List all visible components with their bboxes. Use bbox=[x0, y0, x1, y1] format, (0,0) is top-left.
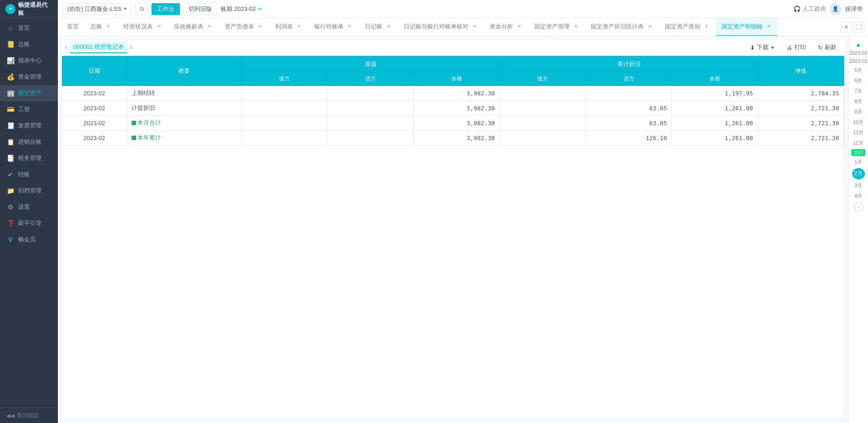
tab-fixed-category[interactable]: 固定资产类别 ✕ bbox=[660, 18, 715, 36]
print-button[interactable]: 🖨 打印 bbox=[782, 42, 811, 53]
table-wrapper: 日期 摘要 原值 累计折旧 净值 bbox=[61, 56, 844, 419]
tab-capital-analysis[interactable]: 资金分析 ✕ bbox=[484, 18, 528, 36]
tab-close-all-button[interactable]: ✕ bbox=[841, 22, 852, 33]
tab-close-icon[interactable]: ✕ bbox=[572, 23, 579, 30]
timeline-month-5[interactable]: 5月 bbox=[849, 65, 868, 75]
settings-icon: ⚙ bbox=[6, 203, 14, 211]
sidebar-item-label: 畅会员 bbox=[18, 235, 36, 244]
copy-button[interactable]: ⧉ bbox=[135, 3, 148, 15]
timeline-month-9[interactable]: 9月 bbox=[849, 107, 868, 117]
timeline-month-12[interactable]: 12月 bbox=[849, 138, 868, 148]
sidebar-item-settlement[interactable]: ✔ 结账 bbox=[0, 166, 58, 183]
cell-orig-balance: 3,982.30 bbox=[414, 86, 500, 101]
purchase-sales-icon: 📋 bbox=[6, 138, 14, 146]
asset-nav: ‹ 000001 联想笔记本 › ⬇ 下载 ▼ 🖨 打印 ↻ 刷新 bbox=[61, 40, 844, 56]
sidebar-item-capital[interactable]: 💰 资金管理 bbox=[0, 69, 58, 85]
tab-receivables[interactable]: 应收账龄表 ✕ bbox=[169, 18, 218, 36]
tab-depreciation-stats[interactable]: 固定资产折旧统计表 ✕ bbox=[585, 18, 659, 36]
sidebar-item-tax[interactable]: 📑 税务管理 bbox=[0, 150, 58, 166]
timeline-month-6[interactable]: 6月 bbox=[849, 75, 868, 86]
tab-close-icon[interactable]: ✕ bbox=[646, 23, 653, 30]
timeline-month-1[interactable]: 1月 bbox=[849, 157, 868, 167]
switch-version-button[interactable]: 切到旧版 bbox=[184, 3, 217, 15]
tab-close-icon[interactable]: ✕ bbox=[257, 23, 264, 30]
tab-business-status[interactable]: 经营状况表 ✕ bbox=[118, 18, 168, 36]
reports-icon: 📊 bbox=[6, 57, 14, 64]
sidebar-item-settings[interactable]: ⚙ 设置 bbox=[0, 199, 58, 215]
tab-label: 首页 bbox=[67, 23, 79, 31]
nav-prev-arrow[interactable]: ‹ bbox=[65, 44, 67, 51]
avatar: 👤 bbox=[830, 3, 841, 15]
th-original-value: 原值 bbox=[241, 56, 500, 72]
cell-orig-debit bbox=[241, 131, 327, 146]
tab-journal[interactable]: 日记账 ✕ bbox=[359, 18, 397, 36]
sidebar-item-ledger[interactable]: 📒 总账 bbox=[0, 36, 58, 52]
timeline-month-4[interactable]: 4月 bbox=[849, 191, 868, 201]
tab-close-icon[interactable]: ✕ bbox=[346, 23, 353, 30]
timeline-month-8[interactable]: 8月 bbox=[849, 96, 868, 107]
timeline-circle-button[interactable]: ○ bbox=[854, 202, 863, 212]
tab-close-icon[interactable]: ✕ bbox=[471, 23, 478, 30]
sidebar-footer[interactable]: ◀◀ 取消固定 bbox=[0, 408, 58, 423]
tab-close-icon[interactable]: ✕ bbox=[516, 23, 523, 30]
sidebar-item-invoice[interactable]: 🧾 发票管理 bbox=[0, 118, 58, 134]
tab-ledger[interactable]: 总账 ✕ bbox=[85, 18, 117, 36]
tab-profit[interactable]: 利润表 ✕ bbox=[270, 18, 308, 36]
tab-expand-button[interactable]: ⛶ bbox=[854, 22, 864, 33]
sidebar-item-reports[interactable]: 📊 报表中心 bbox=[0, 52, 58, 69]
sidebar-item-fixed-assets[interactable]: 🏢 固定资产 bbox=[0, 85, 58, 101]
username[interactable]: 徐泽华 bbox=[845, 5, 863, 13]
th-acc-balance: 余额 bbox=[672, 72, 758, 86]
tab-bank-reconcile[interactable]: 日记账与银行对账单核对 ✕ bbox=[398, 18, 483, 36]
timeline-month-11[interactable]: 11月 bbox=[849, 127, 868, 138]
tab-close-icon[interactable]: ✕ bbox=[296, 23, 302, 30]
cell-acc-debit bbox=[500, 101, 585, 116]
timeline-month-10[interactable]: 10月 bbox=[849, 117, 868, 127]
sidebar-item-archive[interactable]: 📁 归档管理 bbox=[0, 183, 58, 199]
tab-bank-statement[interactable]: 银行对账单 ✕ bbox=[309, 18, 359, 36]
cell-summary: 本年累计 bbox=[127, 131, 241, 146]
sidebar-item-label: 设置 bbox=[18, 203, 30, 211]
sidebar-item-label: 税务管理 bbox=[18, 154, 42, 162]
tag-green: 本月合计 bbox=[132, 119, 161, 127]
cell-orig-balance: 3,982.30 bbox=[414, 116, 500, 131]
sidebar-item-membership[interactable]: V 畅会员 bbox=[0, 231, 58, 248]
tab-label: 日记账与银行对账单核对 bbox=[404, 23, 468, 31]
th-orig-debit: 借方 bbox=[241, 72, 327, 86]
tax-icon: 📑 bbox=[6, 155, 14, 162]
tab-close-icon[interactable]: ✕ bbox=[156, 23, 162, 30]
timeline-month-3[interactable]: 3月 bbox=[849, 180, 868, 191]
asset-nav-item[interactable]: 000001 联想笔记本 bbox=[70, 42, 127, 53]
tab-label: 固定资产折旧统计表 bbox=[591, 23, 644, 31]
tab-close-icon[interactable]: ✕ bbox=[765, 23, 772, 30]
timeline-month-2-active[interactable]: 2月 bbox=[852, 168, 865, 179]
scroll-up-button[interactable]: ▲ bbox=[854, 40, 863, 49]
company-selector[interactable]: (劝告) 江西服金-LSS ▼ bbox=[63, 3, 132, 15]
sidebar-item-guide[interactable]: ❓ 新手引导 bbox=[0, 215, 58, 231]
period-edit-icon[interactable]: ✏ bbox=[258, 6, 262, 12]
sidebar-item-purchase-sales[interactable]: 📋 进销台账 bbox=[0, 134, 58, 150]
nav-next-arrow[interactable]: › bbox=[130, 44, 132, 51]
tab-fixed-mgmt[interactable]: 固定资产管理 ✕ bbox=[529, 18, 585, 36]
sidebar-item-label: 归档管理 bbox=[18, 187, 42, 195]
timeline-period-2: 2023.02 bbox=[849, 57, 868, 65]
tab-close-icon[interactable]: ✕ bbox=[703, 23, 710, 30]
tab-close-icon[interactable]: ✕ bbox=[385, 23, 392, 30]
download-button[interactable]: ⬇ 下载 ▼ bbox=[745, 42, 779, 53]
refresh-button[interactable]: ↻ 刷新 bbox=[813, 42, 841, 53]
tab-home[interactable]: 首页 bbox=[61, 18, 84, 36]
help-button[interactable]: 🎧 人工咨询 bbox=[793, 5, 826, 13]
tab-close-icon[interactable]: ✕ bbox=[206, 23, 213, 30]
timeline-month-7[interactable]: 7月 bbox=[849, 86, 868, 96]
logo-text: 畅捷通易代账 bbox=[18, 1, 52, 17]
worktable-button[interactable]: 工作台 bbox=[151, 3, 180, 15]
tab-balance-sheet[interactable]: 资产负债表 ✕ bbox=[219, 18, 269, 36]
tab-label: 应收账龄表 bbox=[174, 23, 203, 31]
sidebar-item-salary[interactable]: 💳 工资 bbox=[0, 101, 58, 118]
tab-fixed-detail[interactable]: 固定资产明细账 ✕ bbox=[716, 18, 778, 36]
cell-acc-balance: 1,261.00 bbox=[672, 101, 758, 116]
sidebar-item-home[interactable]: ⌂ 首页 bbox=[0, 20, 58, 36]
tab-close-icon[interactable]: ✕ bbox=[105, 23, 112, 30]
th-net-value: 净值 bbox=[758, 56, 844, 86]
tab-label: 资金分析 bbox=[490, 23, 513, 31]
